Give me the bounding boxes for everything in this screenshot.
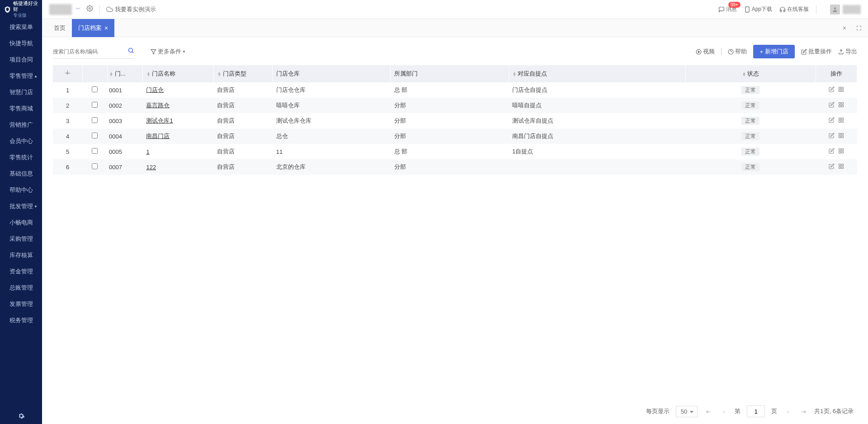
fullscreen-button[interactable] (854, 23, 864, 33)
export-button[interactable]: 导出 (838, 48, 857, 56)
edit-row-button[interactable] (829, 117, 835, 124)
store-name-link[interactable]: 122 (146, 164, 156, 171)
edit-row-button[interactable] (829, 133, 835, 140)
sidebar-item-label: 总账管理 (9, 284, 33, 292)
org-dropdown-caret[interactable]: ﹀ (75, 5, 81, 13)
row-checkbox[interactable] (92, 148, 98, 154)
cell-index: 3 (53, 113, 82, 129)
demo-link[interactable]: 我要看实例演示 (106, 5, 156, 14)
sidebar-item[interactable]: 帮助中心 (0, 182, 42, 198)
batch-ops-button[interactable]: 批量操作 (801, 48, 832, 56)
svg-rect-22 (839, 105, 840, 107)
header-type[interactable]: ▲▼门店类型 (213, 65, 273, 82)
sidebar-item[interactable]: 发票管理 (0, 296, 42, 312)
user-avatar-area[interactable] (830, 5, 861, 14)
store-name-link[interactable]: 嘉言路仓 (146, 102, 170, 109)
online-service-button[interactable]: 在线客服 (779, 5, 809, 13)
cell-index: 2 (53, 98, 82, 113)
tab-store-archive[interactable]: 门店档案 × (72, 19, 114, 37)
sidebar-item[interactable]: 会员中心 (0, 133, 42, 149)
sidebar-item[interactable]: 项目合同 (0, 52, 42, 68)
store-name-link[interactable]: 1 (146, 148, 149, 155)
row-checkbox[interactable] (92, 86, 98, 92)
row-checkbox[interactable] (92, 133, 98, 138)
sidebar-item[interactable]: 智慧门店 (0, 84, 42, 100)
last-page-button[interactable]: ⇥ (799, 407, 808, 416)
svg-rect-15 (839, 87, 840, 89)
sidebar-item-label: 资金管理 (9, 267, 33, 276)
close-all-tabs-button[interactable] (839, 23, 850, 33)
app-download-button[interactable]: App下载 (744, 5, 772, 13)
row-checkbox[interactable] (92, 117, 98, 123)
header-status[interactable]: ▲▼状态 (686, 65, 816, 82)
store-name-link[interactable]: 测试仓库1 (146, 117, 173, 124)
sidebar-item[interactable]: 库存核算 (0, 247, 42, 263)
sidebar-item-label: 搜索菜单 (9, 23, 33, 31)
svg-rect-38 (839, 167, 840, 169)
sidebar-item-label: 税务管理 (9, 316, 33, 324)
sidebar-item[interactable]: 零售管理▲ (0, 68, 42, 84)
header-name[interactable]: ▲▼门店名称 (142, 65, 213, 82)
more-row-button[interactable] (838, 163, 844, 171)
cell-dept: 分部 (391, 98, 509, 113)
sidebar-item[interactable]: 快捷导航 (0, 35, 42, 52)
search-icon[interactable] (127, 47, 134, 56)
add-store-button[interactable]: + 新增门店 (753, 45, 795, 58)
messages-button[interactable]: 消息 99+ (718, 5, 737, 13)
next-page-button[interactable]: › (783, 407, 793, 416)
cell-checkbox (82, 82, 107, 98)
sidebar-item[interactable]: 总账管理 (0, 280, 42, 296)
play-icon (696, 49, 702, 55)
edit-row-button[interactable] (829, 102, 835, 109)
help-link[interactable]: 帮助 (728, 48, 747, 56)
settings-button[interactable] (0, 408, 42, 424)
sidebar-item[interactable]: 零售商城 (0, 100, 42, 117)
more-row-button[interactable] (838, 86, 844, 94)
header-pickup[interactable]: ▲▼对应自提点 (509, 65, 686, 82)
page-size-select[interactable]: 50 (676, 406, 698, 417)
svg-rect-27 (839, 133, 840, 135)
edit-row-button[interactable] (829, 163, 835, 171)
sidebar-item[interactable]: 批发管理▼ (0, 198, 42, 214)
sidebar-item[interactable]: 搜索菜单 (0, 19, 42, 35)
sidebar-item[interactable]: 零售统计 (0, 149, 42, 166)
more-conditions-button[interactable]: 更多条件 ▼ (151, 48, 186, 56)
sidebar-item[interactable]: 采购管理 (0, 231, 42, 247)
header-gear[interactable] (53, 65, 82, 82)
sidebar-item-label: 营销推广 (9, 121, 33, 129)
store-name-link[interactable]: 门店仓 (146, 86, 164, 93)
sidebar-item[interactable]: 税务管理 (0, 312, 42, 329)
svg-rect-20 (841, 103, 843, 105)
store-name-link[interactable]: 南昌门店 (146, 133, 170, 139)
page-input[interactable] (747, 405, 765, 417)
edit-row-button[interactable] (829, 86, 835, 94)
close-icon[interactable]: × (104, 24, 108, 32)
first-page-button[interactable]: ⇤ (704, 407, 713, 416)
sidebar-item[interactable]: 基础信息 (0, 166, 42, 182)
prev-page-button[interactable]: ‹ (719, 407, 728, 416)
table-wrap: ▲▼门... ▲▼门店名称 ▲▼门店类型 门店仓库 所属部门 ▲▼对应自提点 ▲… (53, 65, 857, 400)
sidebar-item[interactable]: 资金管理 (0, 263, 42, 280)
more-row-button[interactable] (838, 133, 844, 140)
org-settings-icon[interactable] (86, 5, 93, 14)
more-row-button[interactable] (838, 102, 844, 109)
edit-row-button[interactable] (829, 148, 835, 155)
online-service-label: 在线客服 (787, 5, 809, 13)
header-warehouse: 门店仓库 (273, 65, 391, 82)
sort-icon: ▲▼ (513, 72, 517, 76)
video-link[interactable]: 视频 (696, 48, 715, 56)
per-page-label: 每页显示 (646, 407, 670, 415)
sidebar-item[interactable]: 小畅电商 (0, 214, 42, 231)
sidebar-item[interactable]: 营销推广 (0, 117, 42, 133)
more-row-button[interactable] (838, 148, 844, 155)
more-row-button[interactable] (838, 117, 844, 124)
row-checkbox[interactable] (92, 163, 98, 169)
header-warehouse-label: 门店仓库 (276, 70, 300, 77)
sidebar-item-label: 批发管理 (9, 202, 33, 210)
sidebar-item-label: 零售统计 (9, 153, 33, 162)
search-input[interactable] (53, 45, 126, 58)
tab-home[interactable]: 首页 (47, 19, 72, 37)
header-code[interactable]: ▲▼门... (107, 65, 142, 82)
cell-name: 1 (142, 144, 213, 159)
row-checkbox[interactable] (92, 102, 98, 108)
